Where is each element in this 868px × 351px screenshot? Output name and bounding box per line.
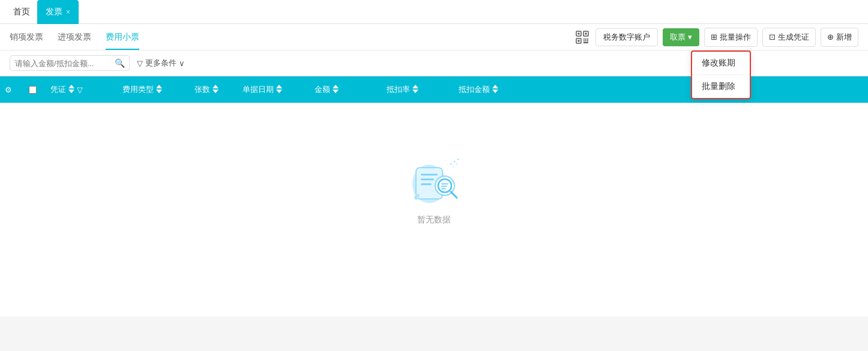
select-all-checkbox[interactable] — [29, 86, 37, 94]
th-voucher: 凭证 ▽ — [46, 84, 118, 95]
sub-tab-sale[interactable]: 销项发票 — [10, 24, 43, 50]
svg-rect-7 — [585, 38, 586, 40]
sub-tabs-bar: 销项发票 进项发票 费用小票 — [0, 24, 868, 50]
sub-tab-expense[interactable]: 费用小票 — [106, 24, 139, 50]
svg-point-42 — [456, 163, 457, 165]
svg-marker-14 — [68, 90, 74, 93]
svg-rect-30 — [421, 179, 434, 180]
th-deduct-rate-sort-icon[interactable] — [412, 85, 418, 95]
th-amount-sort-icon[interactable] — [333, 85, 339, 95]
th-date: 单据日期 — [238, 84, 310, 95]
nav-tab-invoice[interactable]: 发票 × — [37, 0, 79, 24]
batch-op-label: 批量操作 — [720, 32, 751, 43]
th-deduct-amount-sort-icon[interactable] — [492, 85, 498, 95]
svg-rect-37 — [441, 188, 446, 189]
take-ticket-button[interactable]: 取票 ▾ — [663, 28, 699, 46]
generate-voucher-icon: ⊡ — [769, 32, 776, 41]
empty-state: 暂无数据 — [0, 103, 868, 249]
qr-icon[interactable] — [574, 29, 591, 46]
th-settings[interactable]: ⚙ — [0, 85, 24, 94]
svg-marker-25 — [492, 85, 498, 88]
batch-op-icon: ⊞ — [711, 32, 717, 41]
svg-point-39 — [454, 161, 456, 163]
filter-more-button[interactable]: ▽ 更多条件 ∨ — [137, 58, 185, 69]
settings-icon: ⚙ — [5, 85, 12, 94]
nav-tab-close-icon[interactable]: × — [66, 8, 70, 16]
svg-rect-31 — [421, 183, 432, 185]
svg-rect-3 — [578, 32, 580, 34]
dropdown-item-modify-period[interactable]: 修改账期 — [692, 52, 750, 75]
dropdown-item-batch-delete[interactable]: 批量删除 — [692, 75, 750, 98]
svg-rect-12 — [583, 42, 588, 43]
search-input[interactable] — [15, 59, 111, 68]
svg-line-34 — [451, 192, 457, 198]
th-count: 张数 — [190, 84, 238, 95]
svg-marker-24 — [412, 90, 418, 93]
svg-marker-26 — [492, 90, 498, 93]
svg-marker-19 — [276, 85, 282, 88]
nav-home[interactable]: 首页 — [6, 7, 37, 17]
empty-icon — [404, 151, 464, 205]
search-input-wrap: 🔍 — [10, 55, 130, 71]
voucher-filter-icon[interactable]: ▽ — [77, 85, 83, 94]
svg-marker-13 — [68, 85, 74, 88]
toolbar-right: 税务数字账户 取票 ▾ ⊞ 批量操作 ⊡ 生成凭证 ⊕ 新增 — [574, 28, 858, 47]
th-expense-type: 费用类型 — [118, 84, 190, 95]
sub-tabs: 销项发票 进项发票 费用小票 — [10, 24, 139, 50]
svg-marker-16 — [156, 90, 162, 93]
th-count-sort-icon[interactable] — [212, 85, 219, 95]
svg-marker-15 — [156, 85, 162, 88]
empty-text: 暂无数据 — [417, 215, 451, 225]
svg-point-40 — [457, 159, 459, 160]
sub-tab-input[interactable]: 进项发票 — [58, 24, 91, 50]
new-icon: ⊕ — [827, 32, 834, 41]
main-content: ⚙ 凭证 ▽ 费用类型 张数 单据日期 — [0, 76, 868, 317]
svg-marker-20 — [276, 90, 282, 93]
search-icon[interactable]: 🔍 — [115, 58, 125, 68]
svg-rect-11 — [587, 40, 588, 41]
th-expense-type-sort-icon[interactable] — [156, 85, 162, 95]
filter-more-label: 更多条件 — [145, 58, 176, 69]
th-checkbox[interactable] — [24, 86, 46, 94]
filter-chevron-icon: ∨ — [179, 59, 185, 68]
take-ticket-label: 取票 — [670, 32, 686, 43]
svg-rect-29 — [421, 174, 438, 176]
generate-voucher-button[interactable]: ⊡ 生成凭证 — [762, 28, 816, 47]
th-deduct-amount: 抵扣金额 — [454, 84, 538, 95]
tax-digital-button[interactable]: 税务数字账户 — [595, 28, 658, 46]
take-ticket-chevron: ▾ — [688, 32, 692, 41]
svg-marker-21 — [333, 85, 339, 88]
svg-point-38 — [450, 163, 452, 165]
batch-op-dropdown: 修改账期 批量删除 — [691, 50, 751, 99]
new-button[interactable]: ⊕ 新增 — [821, 28, 858, 47]
th-voucher-sort-icon[interactable] — [68, 85, 74, 95]
th-amount: 金额 — [310, 84, 382, 95]
filter-icon: ▽ — [137, 59, 143, 68]
svg-marker-23 — [412, 85, 418, 88]
svg-rect-8 — [583, 40, 585, 41]
svg-rect-4 — [585, 32, 587, 34]
new-label: 新增 — [836, 32, 852, 43]
svg-rect-36 — [441, 186, 447, 187]
svg-rect-6 — [583, 38, 585, 40]
svg-marker-18 — [212, 90, 219, 93]
nav-tab-invoice-label: 发票 — [46, 7, 62, 17]
svg-marker-17 — [212, 85, 219, 88]
batch-op-button[interactable]: ⊞ 批量操作 — [704, 28, 758, 47]
th-date-sort-icon[interactable] — [276, 85, 282, 95]
generate-voucher-label: 生成凭证 — [778, 32, 809, 43]
svg-rect-10 — [587, 38, 588, 40]
svg-point-41 — [453, 166, 454, 167]
svg-rect-5 — [578, 40, 580, 41]
svg-rect-35 — [441, 183, 448, 185]
top-nav: 首页 发票 × — [0, 0, 868, 24]
svg-marker-22 — [333, 90, 339, 93]
th-deduct-rate: 抵扣率 — [382, 84, 454, 95]
svg-rect-9 — [585, 40, 586, 41]
